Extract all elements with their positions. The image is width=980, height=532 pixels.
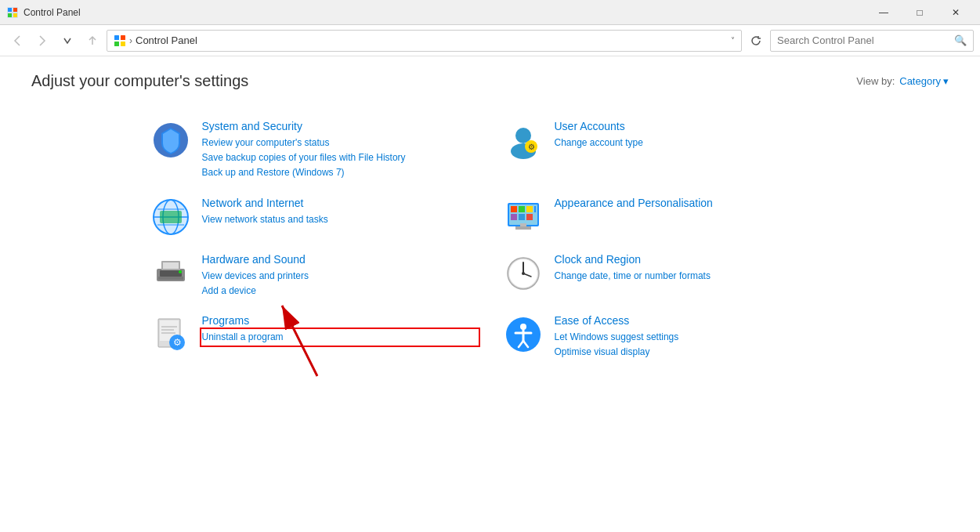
appearance-title[interactable]: Appearance and Personalisation (555, 197, 830, 209)
forward-button[interactable] (31, 30, 53, 52)
hardware-link-2[interactable]: Add a device (202, 284, 478, 299)
programs-link-1[interactable]: Uninstall a program (202, 330, 478, 345)
svg-rect-26 (534, 206, 536, 212)
view-by-control: View by: Category ▾ (856, 75, 949, 87)
svg-rect-8 (121, 42, 125, 46)
system-security-icon (150, 120, 191, 161)
svg-rect-6 (121, 35, 125, 40)
svg-rect-1 (8, 8, 12, 12)
address-cp-icon (114, 34, 126, 47)
clock-link-1[interactable]: Change date, time or number formats (555, 269, 830, 284)
svg-rect-20 (160, 211, 182, 223)
appearance-content: Appearance and Personalisation (555, 197, 830, 212)
recent-button[interactable] (56, 30, 78, 52)
network-icon (150, 197, 191, 237)
titlebar-controls: — □ ✕ (866, 0, 974, 25)
svg-rect-27 (511, 214, 517, 220)
svg-rect-33 (160, 270, 182, 277)
page-header: Adjust your computer's settings View by:… (31, 72, 949, 90)
hardware-icon (150, 253, 191, 294)
search-box[interactable]: 🔍 (770, 30, 974, 52)
up-icon (88, 35, 97, 46)
titlebar: Control Panel — □ ✕ (0, 0, 980, 25)
window: Control Panel — □ ✕ (0, 0, 980, 532)
view-by-dropdown[interactable]: Category ▾ (899, 75, 949, 87)
refresh-icon (750, 35, 761, 46)
category-ease-of-access: Ease of Access Let Windows suggest setti… (490, 306, 843, 367)
category-user-accounts: ⚙ User Accounts Change account type (490, 112, 843, 189)
svg-rect-36 (163, 262, 179, 269)
svg-rect-2 (13, 8, 17, 12)
ease-of-access-link-2[interactable]: Optimise visual display (555, 345, 830, 360)
clock-content: Clock and Region Change date, time or nu… (555, 253, 830, 284)
user-accounts-link-1[interactable]: Change account type (555, 136, 830, 150)
back-icon (13, 35, 21, 46)
view-by-label: View by: (856, 75, 895, 87)
hardware-title[interactable]: Hardware and Sound (202, 253, 478, 266)
svg-rect-25 (526, 206, 533, 212)
user-accounts-title[interactable]: User Accounts (555, 120, 830, 132)
ease-of-access-content: Ease of Access Let Windows suggest setti… (555, 314, 830, 360)
addressbar: › Control Panel ˅ 🔍 (0, 25, 980, 56)
back-button[interactable] (6, 30, 28, 52)
svg-point-37 (179, 270, 182, 273)
titlebar-icon (6, 6, 19, 19)
ease-of-access-title[interactable]: Ease of Access (555, 314, 830, 327)
svg-text:⚙: ⚙ (172, 337, 181, 348)
category-clock: Clock and Region Change date, time or nu… (490, 245, 843, 306)
network-content: Network and Internet View network status… (202, 197, 478, 227)
svg-rect-7 (114, 42, 119, 46)
svg-text:⚙: ⚙ (527, 143, 534, 151)
hardware-content: Hardware and Sound View devices and prin… (202, 253, 478, 299)
search-input[interactable] (777, 34, 954, 46)
system-security-link-2[interactable]: Save backup copies of your files with Fi… (202, 150, 478, 165)
view-by-value-text: Category (899, 75, 941, 87)
programs-title[interactable]: Programs (202, 314, 478, 327)
breadcrumb-separator: › (129, 35, 132, 46)
svg-rect-3 (8, 13, 12, 17)
minimize-button[interactable]: — (866, 0, 902, 25)
clock-icon (503, 253, 544, 294)
system-security-title[interactable]: System and Security (202, 120, 478, 132)
up-button[interactable] (81, 30, 103, 52)
category-hardware: Hardware and Sound View devices and prin… (138, 245, 490, 306)
category-appearance: Appearance and Personalisation (490, 189, 843, 245)
user-accounts-content: User Accounts Change account type (555, 120, 830, 150)
ease-of-access-link-1[interactable]: Let Windows suggest settings (555, 330, 830, 345)
svg-point-42 (522, 272, 525, 275)
network-title[interactable]: Network and Internet (202, 197, 478, 209)
address-chevron[interactable]: ˅ (731, 36, 735, 45)
svg-rect-28 (519, 214, 525, 220)
user-accounts-icon: ⚙ (503, 120, 544, 161)
hardware-link-1[interactable]: View devices and printers (202, 269, 478, 284)
svg-rect-4 (13, 13, 17, 17)
clock-title[interactable]: Clock and Region (555, 253, 830, 266)
close-button[interactable]: ✕ (938, 0, 974, 25)
address-box[interactable]: › Control Panel ˅ (107, 30, 742, 52)
main-content: Adjust your computer's settings View by:… (0, 56, 980, 383)
titlebar-title: Control Panel (24, 7, 866, 18)
category-programs: ⚙ Programs Uninstall a program (138, 306, 490, 367)
programs-icon: ⚙ (150, 314, 191, 355)
svg-rect-5 (114, 35, 119, 40)
maximize-button[interactable]: □ (902, 0, 938, 25)
svg-rect-34 (158, 277, 183, 280)
system-security-content: System and Security Review your computer… (202, 120, 478, 181)
search-icon: 🔍 (954, 34, 967, 46)
svg-rect-31 (520, 223, 526, 226)
system-security-link-1[interactable]: Review your computer's status (202, 136, 478, 150)
chevron-down-icon (63, 38, 71, 44)
svg-rect-30 (515, 226, 531, 230)
view-by-arrow: ▾ (943, 75, 949, 87)
appearance-icon (503, 197, 544, 237)
page-title: Adjust your computer's settings (31, 72, 248, 90)
svg-rect-23 (511, 206, 517, 212)
address-text: Control Panel (136, 34, 728, 46)
svg-rect-24 (519, 206, 525, 212)
svg-rect-29 (526, 214, 533, 220)
system-security-link-3[interactable]: Back up and Restore (Windows 7) (202, 165, 478, 180)
forward-icon (38, 35, 46, 46)
category-system-security: System and Security Review your computer… (138, 112, 490, 189)
refresh-button[interactable] (745, 30, 767, 52)
network-link-1[interactable]: View network status and tasks (202, 212, 478, 227)
